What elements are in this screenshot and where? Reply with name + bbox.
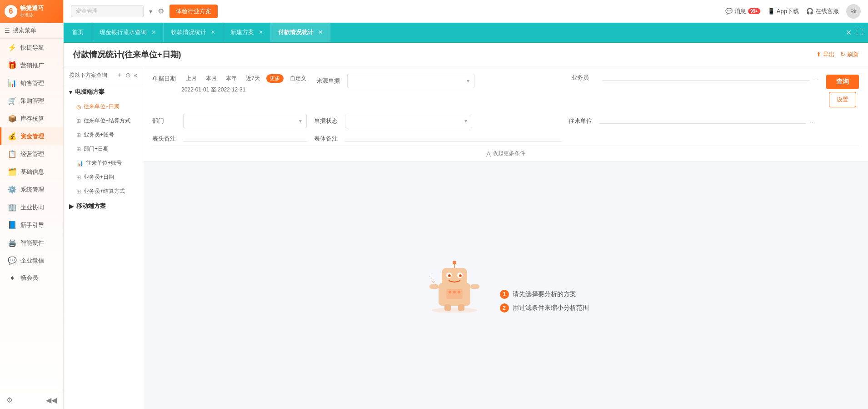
close-window-icon[interactable]: ✕	[846, 28, 852, 37]
scheme-item-dept-date[interactable]: ⊞ 部门+日期	[64, 142, 143, 156]
sidebar-item-basic-info[interactable]: 🗂️ 基础信息	[0, 163, 63, 181]
inventory-icon: 📦	[8, 114, 17, 123]
scheme-panel-icons: ＋ ⊙ «	[116, 71, 137, 79]
window-controls: ✕ ⛶	[841, 23, 868, 42]
operation-icon: 📋	[8, 150, 17, 158]
sidebar-item-smart-hw[interactable]: 🖨️ 智能硬件	[0, 234, 63, 252]
app-download-action[interactable]: 📱 App下载	[768, 7, 799, 15]
refresh-btn[interactable]: ↻ 刷新	[840, 50, 859, 59]
partner-input[interactable]	[599, 119, 806, 124]
sales-icon: 📊	[8, 79, 17, 87]
maximize-window-icon[interactable]: ⛶	[856, 28, 863, 36]
sidebar-item-operation[interactable]: 📋 经营管理	[0, 145, 63, 163]
sidebar-item-label: 畅会员	[20, 274, 38, 282]
dept-select-arrow: ▾	[299, 118, 302, 124]
collapse-bar[interactable]: ⋀ 收起更多条件	[152, 146, 859, 161]
tab-label: 收款情况统计	[171, 28, 206, 36]
collapse-sidebar-icon[interactable]: ◀◀	[46, 396, 57, 404]
sidebar-item-system[interactable]: ⚙️ 系统管理	[0, 181, 63, 198]
scheme-item-label: 往来单位+结算方式	[84, 117, 130, 125]
status-select[interactable]: ▾	[345, 114, 472, 128]
sidebar-item-marketing[interactable]: 🎁 营销推广	[0, 56, 63, 74]
tab-new-scheme[interactable]: 新建方案✕	[223, 23, 271, 42]
header-settings-icon[interactable]: ⚙	[158, 7, 164, 15]
date-7days[interactable]: 近7天	[243, 74, 263, 83]
sidebar-item-label: 采购管理	[20, 97, 44, 105]
phone-icon: 📱	[768, 8, 775, 15]
source-label: 来源单据	[316, 77, 344, 85]
sidebar-item-enterprise[interactable]: 🏢 企业协同	[0, 198, 63, 216]
enterprise-icon: 🏢	[8, 203, 17, 212]
scheme-item-staff-account[interactable]: ⊞ 业务员+账号	[64, 128, 143, 142]
scheme-item-staff-settle[interactable]: ⊞ 业务员+结算方式	[64, 184, 143, 198]
message-action[interactable]: 💬 消息 99+	[725, 7, 760, 15]
scheme-item-partner-date[interactable]: ◎ 往来单位+日期	[64, 100, 143, 114]
filter-area: 单据日期 上月 本月 本年 近7天 更多 自定义 2022-01-01 至 20…	[143, 66, 868, 162]
partner-more-icon[interactable]: …	[809, 118, 815, 125]
header-note-input[interactable]	[183, 136, 307, 141]
tab-close-payment-stats[interactable]: ✕	[318, 29, 323, 35]
sidebar-item-purchase[interactable]: 🛒 采购管理	[0, 92, 63, 110]
tab-home[interactable]: 首页	[64, 23, 92, 42]
search-menu[interactable]: ☰ 搜索菜单	[0, 23, 63, 39]
svg-rect-10	[470, 284, 479, 289]
date-custom[interactable]: 自定义	[287, 74, 309, 83]
sidebar-item-label: 销售管理	[20, 79, 44, 87]
tab-bank-flow[interactable]: 现金银行流水查询✕	[92, 23, 164, 42]
scheme-collapse-icon[interactable]: «	[134, 71, 137, 79]
staff-input[interactable]	[602, 76, 809, 81]
body-note-label: 表体备注	[314, 135, 341, 143]
scheme-add-icon[interactable]: ＋	[116, 71, 123, 79]
online-service-action[interactable]: 🎧 在线客服	[806, 7, 839, 15]
export-btn[interactable]: ⬆ 导出	[816, 50, 835, 59]
body-note-input[interactable]	[345, 136, 561, 141]
scheme-item-label: 往来单位+日期	[84, 103, 120, 111]
breadcrumb-input[interactable]: 资金管理	[71, 5, 144, 17]
scheme-settings-icon[interactable]: ⊙	[125, 71, 131, 79]
date-this-month[interactable]: 本月	[203, 74, 219, 83]
filter-settings-btn[interactable]: 设置	[829, 92, 856, 107]
query-btn[interactable]: 查询	[826, 75, 859, 89]
svg-line-18	[429, 276, 436, 283]
dept-select[interactable]: ▾	[183, 114, 307, 128]
tab-close-new-scheme[interactable]: ✕	[259, 29, 263, 35]
date-last-month[interactable]: 上月	[183, 74, 200, 83]
trial-btn[interactable]: 体验行业方案	[170, 5, 218, 18]
date-more[interactable]: 更多	[266, 74, 284, 83]
user-avatar[interactable]: Rit	[846, 4, 861, 19]
scheme-item-partner-account[interactable]: 📊 往来单位+账号	[64, 156, 143, 170]
desktop-group-header[interactable]: ▾ 电脑端方案	[64, 84, 143, 100]
sidebar: 6 畅捷通巧 标准版 ☰ 搜索菜单 ⚡ 快捷导航🎁 营销推广📊 销售管理🛒 采购…	[0, 0, 64, 409]
sidebar-item-label: 经营管理	[20, 150, 44, 158]
sidebar-item-label: 营销推广	[20, 61, 44, 70]
staff-label: 业务员	[571, 74, 599, 82]
page-header: 付款情况统计(往来单位+日期) ⬆ 导出 ↻ 刷新	[64, 43, 868, 66]
sidebar-item-guide[interactable]: 📘 新手引导	[0, 216, 63, 234]
finance-icon: 💰	[8, 132, 17, 141]
sidebar-item-member[interactable]: ♦ 畅会员	[0, 269, 63, 287]
settings-icon[interactable]: ⚙	[6, 396, 13, 404]
sidebar-item-label: 资金管理	[20, 132, 44, 141]
tab-payment-stats[interactable]: 付款情况统计✕	[271, 23, 330, 42]
mobile-group-header[interactable]: ▶ 移动端方案	[64, 198, 143, 214]
source-select[interactable]: ▾	[347, 74, 474, 88]
sidebar-item-inventory[interactable]: 📦 库存核算	[0, 110, 63, 127]
scheme-item-icon-partner-settle: ⊞	[76, 118, 81, 124]
smart-hw-icon: 🖨️	[8, 238, 17, 247]
sidebar-item-wechat[interactable]: 💬 企业微信	[0, 252, 63, 269]
header-dropdown-icon[interactable]: ▾	[149, 8, 152, 15]
guide-icon: 📘	[8, 221, 17, 229]
staff-more-icon[interactable]: …	[813, 75, 819, 81]
sidebar-item-finance[interactable]: 💰 资金管理	[0, 127, 63, 145]
tab-close-receipt-stats[interactable]: ✕	[211, 29, 215, 35]
tab-receipt-stats[interactable]: 收款情况统计✕	[164, 23, 223, 42]
scheme-panel-title: 按以下方案查询	[69, 71, 107, 79]
sidebar-item-quick-nav[interactable]: ⚡ 快捷导航	[0, 39, 63, 56]
tab-label: 首页	[72, 28, 84, 36]
scheme-item-staff-date[interactable]: ⊞ 业务员+日期	[64, 170, 143, 184]
date-this-year[interactable]: 本年	[223, 74, 239, 83]
tab-close-bank-flow[interactable]: ✕	[151, 29, 156, 35]
scheme-item-icon-dept-date: ⊞	[76, 146, 81, 152]
scheme-item-partner-settle[interactable]: ⊞ 往来单位+结算方式	[64, 114, 143, 128]
sidebar-item-sales[interactable]: 📊 销售管理	[0, 74, 63, 92]
